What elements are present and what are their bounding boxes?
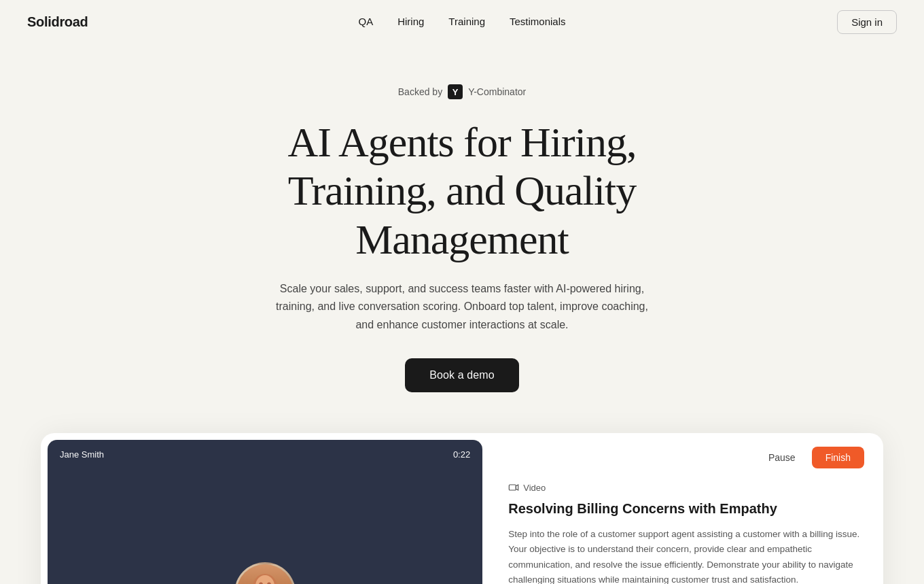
yc-icon: Y [448, 84, 463, 99]
nav-link-qa[interactable]: QA [358, 16, 373, 27]
hero-section: Backed by Y Y-Combinator AI Agents for H… [0, 44, 924, 419]
navbar: Solidroad QA Hiring Training Testimonial… [0, 0, 924, 44]
video-icon [508, 482, 519, 493]
finish-button[interactable]: Finish [812, 447, 864, 468]
pause-button[interactable]: Pause [759, 448, 805, 467]
content-title: Resolving Billing Concerns with Empathy [508, 500, 864, 517]
backed-by-badge: Backed by Y Y-Combinator [398, 84, 526, 99]
video-user-name: Jane Smith [60, 449, 104, 460]
nav-link-training[interactable]: Training [448, 16, 485, 27]
avatar [234, 562, 296, 584]
content-description: Step into the role of a customer support… [508, 527, 864, 584]
video-timer: 0:22 [453, 449, 470, 460]
avatar-illustration [241, 566, 289, 584]
book-demo-button[interactable]: Book a demo [405, 358, 518, 392]
backed-by-label: Backed by [398, 86, 442, 97]
avatar-face [236, 564, 294, 584]
demo-section: Jane Smith 0:22 [0, 419, 924, 584]
info-panel-topbar: Pause Finish [508, 447, 864, 468]
demo-card: Jane Smith 0:22 [41, 433, 883, 584]
yc-name: Y-Combinator [468, 86, 526, 97]
video-avatar-area [48, 460, 482, 584]
brand-logo[interactable]: Solidroad [27, 14, 88, 30]
video-panel: Jane Smith 0:22 [48, 440, 482, 584]
nav-links: QA Hiring Training Testimonials [358, 16, 565, 28]
info-panel: Pause Finish Video Resolving Billing Con… [489, 433, 883, 584]
hero-subtitle: Scale your sales, support, and success t… [272, 280, 652, 334]
nav-link-hiring[interactable]: Hiring [397, 16, 424, 27]
svg-rect-6 [510, 485, 516, 490]
video-topbar: Jane Smith 0:22 [48, 440, 482, 460]
hero-title: AI Agents for Hiring, Training, and Qual… [211, 118, 713, 264]
nav-link-testimonials[interactable]: Testimonials [510, 16, 566, 27]
content-type-label: Video [508, 482, 864, 493]
sign-in-button[interactable]: Sign in [837, 10, 897, 34]
